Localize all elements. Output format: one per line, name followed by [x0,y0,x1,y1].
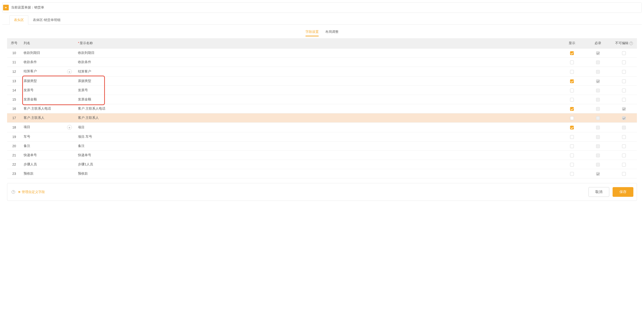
row-col-name: 收款到期日 [21,48,76,58]
manage-custom-fields-link[interactable]: 管理自定义字段 [18,190,45,194]
row-display-name[interactable]: 项目 [76,122,559,132]
checkbox-readonly [622,126,626,130]
checkbox-show[interactable] [570,172,574,176]
row-display-name[interactable]: 发票金额 [76,95,559,104]
cell-readonly [611,114,637,122]
cell-show [559,160,585,169]
row-seq: 16 [7,104,21,114]
collapse-button[interactable] [3,5,9,10]
checkbox-readonly[interactable] [622,70,626,74]
row-col-name: 发票号 [21,86,76,95]
cell-required [585,169,611,178]
sub-tab-0[interactable]: 字段设置 [306,29,319,36]
checkbox-readonly[interactable] [622,51,626,55]
cell-required [585,160,611,169]
checkbox-show[interactable] [570,163,574,166]
table-row: 10收款到期日收款到期日 [7,48,637,58]
header-col-name: 列名 [21,38,76,48]
checkbox-readonly[interactable] [622,60,626,64]
add-field-button[interactable]: + [67,69,72,74]
current-document-title: 当前设置单据：销货单 [11,6,44,10]
cell-required [585,142,611,151]
row-display-name[interactable]: 备注 [76,142,559,151]
row-display-name[interactable]: 客户.主联系人 [76,114,559,122]
row-display-name[interactable]: 项目.车号 [76,132,559,142]
cell-readonly [611,104,637,114]
row-display-name[interactable]: 结算客户 [76,67,559,76]
row-seq: 23 [7,169,21,178]
row-seq: 22 [7,160,21,169]
checkbox-readonly[interactable] [622,172,626,176]
checkbox-show[interactable] [570,60,574,64]
cell-show [559,95,585,104]
row-display-name[interactable]: 收款到期日 [76,48,559,58]
checkbox-show[interactable] [570,107,574,111]
checkbox-readonly[interactable] [622,154,626,157]
cell-required [585,67,611,76]
tab-1[interactable]: 表体区-销货单明细 [28,15,65,24]
header-display-name-text: 显示名称 [80,41,93,45]
sub-tab-1[interactable]: 布局调整 [325,29,338,36]
row-seq: 10 [7,48,21,58]
sub-tabs: 字段设置布局调整 [0,24,644,38]
row-display-name[interactable]: 快递单号 [76,151,559,160]
cell-readonly [611,122,637,132]
checkbox-readonly[interactable] [622,163,626,166]
checkbox-show[interactable] [570,144,574,148]
cell-readonly [611,86,637,95]
checkbox-show[interactable] [570,126,574,130]
row-display-name[interactable]: 收款条件 [76,58,559,67]
row-col-name: 客户.主联系人电话 [21,104,76,114]
help-icon[interactable]: ? [629,42,633,45]
checkbox-required [596,80,600,83]
table-row: 21快递单号快递单号 [7,151,637,160]
row-display-name[interactable]: 票据类型 [76,76,559,86]
tab-0[interactable]: 表头区 [10,15,28,24]
row-col-name: 客户.主联系人 [21,114,76,122]
cell-required [585,58,611,67]
row-col-name: 收款条件 [21,58,76,67]
checkbox-required [596,51,600,55]
cell-readonly [611,76,637,86]
checkbox-required [596,116,600,120]
cell-show [559,67,585,76]
cell-readonly [611,48,637,58]
add-field-button[interactable]: + [67,125,72,130]
header-readonly-text: 不可编辑 [615,41,628,45]
row-display-name[interactable]: 客户.主联系人电话 [76,104,559,114]
cell-show [559,76,585,86]
checkbox-required [596,163,600,166]
row-display-name[interactable]: 预收款 [76,169,559,178]
cell-required [585,95,611,104]
row-seq: 18 [7,122,21,132]
row-display-name[interactable]: 步骤1人员 [76,160,559,169]
table-row: 14发票号发票号 [7,86,637,95]
cell-show [559,114,585,122]
cancel-button[interactable]: 取消 [588,187,609,197]
row-seq: 12 [7,67,21,76]
checkbox-readonly[interactable] [622,98,626,102]
checkbox-show[interactable] [570,116,574,120]
cell-show [559,104,585,114]
help-icon[interactable]: ? [12,190,15,194]
header-required: 必录 [585,38,611,48]
checkbox-readonly[interactable] [622,88,626,92]
table-row: 15发票金额发票金额 [7,95,637,104]
checkbox-show[interactable] [570,154,574,157]
checkbox-show[interactable] [570,135,574,139]
checkbox-show[interactable] [570,88,574,92]
row-col-name: 项目+ [21,122,76,132]
checkbox-required [596,126,600,130]
checkbox-show[interactable] [570,70,574,74]
checkbox-required [596,88,600,92]
table-row: 11收款条件收款条件 [7,58,637,67]
checkbox-required [596,172,600,176]
checkbox-readonly[interactable] [622,135,626,139]
checkbox-show[interactable] [570,51,574,55]
checkbox-show[interactable] [570,98,574,102]
checkbox-readonly[interactable] [622,144,626,148]
checkbox-show[interactable] [570,80,574,83]
row-display-name[interactable]: 发票号 [76,86,559,95]
save-button[interactable]: 保存 [612,187,633,197]
checkbox-readonly[interactable] [622,80,626,83]
